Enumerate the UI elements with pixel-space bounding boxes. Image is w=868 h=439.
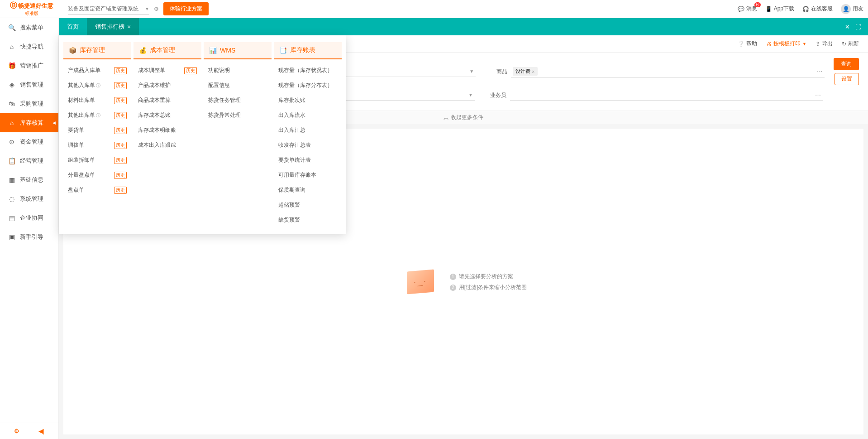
sidebar-item-2[interactable]: 🎁营销推广 [0,56,58,75]
logo[interactable]: Ⓑ畅捷通好生意 标准版 [5,1,59,17]
main-area: 首页销售排行榜× ✕ ⛶ 📦库存管理产成品入库单历史其他入库单历史材料出库单历史… [59,18,868,439]
sidebar-item-10[interactable]: ▤企业协同 [0,208,58,227]
mega-item-3-1[interactable]: 现存量（库存分布表） [274,78,342,93]
mega-item-3-5[interactable]: 收发存汇总表 [274,138,342,153]
history-tag[interactable]: 历史 [114,82,127,89]
mega-item-0-0[interactable]: 产成品入库单历史 [63,63,131,78]
tab-1[interactable]: 销售排行榜× [87,18,139,35]
tab-label: 销售排行榜 [95,23,124,31]
mega-item-2-2[interactable]: 拣货任务管理 [204,93,272,108]
history-tag[interactable]: 历史 [114,67,127,74]
system-select[interactable]: 装备及固定资产辅助管理系统 ▼ ⚙ 体验行业方案 [68,2,209,15]
mega-item-3-4[interactable]: 出入库汇总 [274,123,342,138]
fullscreen-icon[interactable]: ⛶ [855,24,861,30]
refresh-link[interactable]: ↻刷新 [842,40,859,48]
sidebar-icon: 🛍 [8,100,15,107]
more-icon[interactable]: ⋯ [815,92,821,98]
query-button[interactable]: 查询 [834,58,859,70]
chevron-up-icon: ︽ [444,114,449,121]
filter-tag: 设计费× [513,67,537,76]
remove-tag-icon[interactable]: × [532,69,534,74]
avatar-icon: 👤 [841,4,851,14]
history-tag[interactable]: 历史 [114,142,127,149]
operator-filter-input[interactable]: ⋯ [510,90,823,101]
empty-illustration [400,266,441,298]
tab-0[interactable]: 首页 [59,18,87,35]
sidebar-item-11[interactable]: ▣新手引导 [0,227,58,246]
sidebar-item-5[interactable]: ⌂库存核算 [0,113,58,132]
user-menu[interactable]: 👤 用友 [841,4,863,14]
sidebar-item-0[interactable]: 🔍搜索菜单 [0,18,58,37]
history-tag[interactable]: 历史 [184,67,197,74]
export-link[interactable]: ⇪导出 [816,40,833,48]
mega-item-3-9[interactable]: 超储预警 [274,198,342,212]
online-service-link[interactable]: 🎧 在线客服 [802,5,833,13]
mega-item-0-6[interactable]: 组装拆卸单历史 [63,153,131,168]
sidebar-icon: ⌂ [8,119,15,126]
product-filter-input[interactable]: 设计费× ⋯ [511,65,825,78]
mega-item-1-2[interactable]: 商品成本重算 [134,93,201,108]
mega-header: 💰成本管理 [134,42,201,59]
close-tab-icon[interactable]: × [127,23,131,30]
sidebar-icon: ⌂ [8,43,15,50]
mega-item-1-4[interactable]: 库存成本明细账 [134,123,201,138]
sidebar-item-3[interactable]: ◈销售管理 [0,75,58,94]
mega-item-3-7[interactable]: 可用量库存账本 [274,168,342,183]
mega-item-1-0[interactable]: 成本调整单历史 [134,63,201,78]
mega-item-3-8[interactable]: 保质期查询 [274,183,342,198]
mega-item-3-3[interactable]: 出入库流水 [274,108,342,123]
messages-link[interactable]: 💬 消息 6 [738,5,757,13]
close-all-tabs-icon[interactable]: ✕ [845,24,850,30]
mega-item-0-3[interactable]: 其他出库单历史 [63,108,131,123]
top-header: Ⓑ畅捷通好生意 标准版 装备及固定资产辅助管理系统 ▼ ⚙ 体验行业方案 💬 消… [0,0,868,18]
mega-header: 📊WMS [204,42,272,59]
mega-item-0-5[interactable]: 调拨单历史 [63,138,131,153]
history-tag[interactable]: 历史 [114,187,127,194]
sidebar-icon: ▣ [8,233,15,241]
sidebar-item-9[interactable]: ◌系统管理 [0,189,58,208]
mega-item-0-2[interactable]: 材料出库单历史 [63,93,131,108]
settings-icon[interactable]: ⚙ [14,428,19,434]
mega-item-2-0[interactable]: 功能说明 [204,63,272,78]
mega-item-0-8[interactable]: 盘点单历史 [63,183,131,198]
mega-item-1-5[interactable]: 成本出入库跟踪 [134,138,201,153]
mega-column-2: 📊WMS功能说明配置信息拣货任务管理拣货异常处理 [204,42,272,227]
sidebar-item-1[interactable]: ⌂快捷导航 [0,37,58,56]
mega-item-1-1[interactable]: 产品成本维护 [134,78,201,93]
mega-item-3-0[interactable]: 现存量（库存状况表） [274,63,342,78]
mega-item-3-2[interactable]: 库存批次账 [274,93,342,108]
mega-item-3-6[interactable]: 要货单统计表 [274,153,342,168]
help-link[interactable]: ❔帮助 [738,40,757,48]
sidebar-item-7[interactable]: 📋经营管理 [0,151,58,170]
message-icon: 💬 [738,6,744,12]
empty-step-2: 2用[过滤]条件来缩小分析范围 [450,282,527,293]
mega-item-0-7[interactable]: 分量盘点单历史 [63,168,131,183]
sidebar-item-4[interactable]: 🛍采购管理 [0,94,58,113]
category-icon: 💰 [138,46,147,55]
history-tag[interactable]: 历史 [114,97,127,104]
sidebar-item-6[interactable]: ⊙资金管理 [0,132,58,151]
history-tag[interactable]: 历史 [114,172,127,179]
history-tag[interactable]: 历史 [114,127,127,134]
mega-item-3-10[interactable]: 缺货预警 [274,212,342,227]
app-download-link[interactable]: 📱 App下载 [765,5,794,13]
history-tag[interactable]: 历史 [114,112,127,119]
mega-item-1-3[interactable]: 库存成本总账 [134,108,201,123]
settings-button[interactable]: 设置 [835,73,859,85]
more-icon[interactable]: ⋯ [817,68,823,75]
collapse-sidebar-icon[interactable]: ◀| [38,428,44,434]
gear-icon[interactable]: ⚙ [154,6,159,12]
sidebar-icon: 🎁 [8,62,15,69]
mega-item-0-4[interactable]: 要货单历史 [63,123,131,138]
sidebar-label: 基础信息 [20,176,43,184]
mega-item-0-1[interactable]: 其他入库单历史 [63,78,131,93]
tab-label: 首页 [67,23,79,31]
mega-column-1: 💰成本管理成本调整单历史产品成本维护商品成本重算库存成本总账库存成本明细账成本出… [134,42,201,227]
mega-item-2-3[interactable]: 拣货异常处理 [204,108,272,123]
cta-button[interactable]: 体验行业方案 [163,2,209,15]
print-link[interactable]: 🖨按模板打印▼ [766,40,806,48]
category-icon: 📑 [278,46,287,55]
sidebar-item-8[interactable]: ▦基础信息 [0,170,58,189]
history-tag[interactable]: 历史 [114,157,127,164]
mega-item-2-1[interactable]: 配置信息 [204,78,272,93]
